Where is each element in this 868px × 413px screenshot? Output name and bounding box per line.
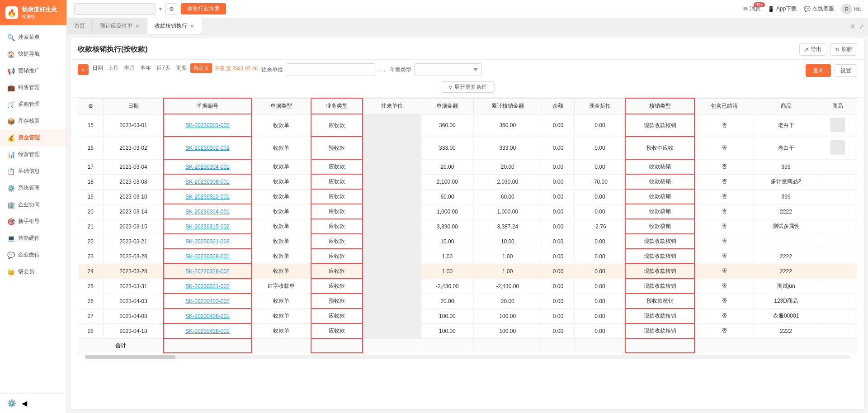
th-voucher-no[interactable]: 单据编号	[164, 98, 251, 114]
filter-this-month[interactable]: 本月	[122, 63, 137, 73]
voucher-link[interactable]: SK-20230302-002	[185, 145, 229, 151]
voucher-link[interactable]: SK-20230418-001	[185, 328, 229, 334]
tab-prepay[interactable]: 预计应应付单 ✕	[93, 18, 147, 34]
th-balance[interactable]: 余额	[542, 98, 575, 114]
voucher-link[interactable]: SK-20230304-001	[185, 164, 229, 170]
sidebar-item-label: 库存核算	[18, 117, 40, 125]
sidebar-item-member[interactable]: 👑畅会员	[0, 263, 66, 280]
cell-accumulated: 100.00	[473, 323, 542, 338]
voucher-link[interactable]: SK-20230403-002	[185, 298, 229, 304]
tab-prepay-close[interactable]: ✕	[135, 23, 140, 29]
cell-cash-discount: 0.00	[575, 279, 626, 294]
cell-product: 测试多属性	[754, 219, 818, 234]
voucher-link[interactable]: SK-20230408-001	[185, 313, 229, 319]
sidebar-item-label: 畅会员	[18, 268, 34, 275]
tab-close-all-icon[interactable]: ✕	[850, 23, 855, 30]
sidebar-item-label: 采购管理	[18, 100, 40, 108]
cell-cash-discount: -2.76	[575, 219, 626, 234]
voucher-link[interactable]: SK-20230314-001	[185, 209, 229, 215]
horizontal-scrollbar[interactable]	[85, 355, 850, 359]
topbar-online-service[interactable]: 💬 在线客服	[804, 5, 834, 13]
sidebar-item-inventory[interactable]: 📦库存核算	[0, 113, 66, 129]
th-voucher-type[interactable]: 单据类型	[251, 98, 311, 114]
th-cash-discount[interactable]: 现金折扣	[575, 98, 626, 114]
cell-biz-type: 应收款	[311, 309, 362, 323]
filter-expand-button[interactable]: »	[78, 64, 89, 75]
cell-include-settled: 否	[694, 114, 754, 137]
sidebar-item-finance[interactable]: 💰资金管理	[0, 129, 66, 146]
sidebar-item-system[interactable]: ⚙️系统管理	[0, 180, 66, 196]
th-include-settled[interactable]: 包含已结清	[694, 98, 754, 114]
hardware-icon: 💻	[7, 235, 14, 242]
th-date[interactable]: 日期	[103, 98, 164, 114]
cell-cash-discount: 0.00	[575, 264, 626, 279]
settings-icon[interactable]: ⚙️	[7, 399, 16, 408]
cell-partner	[363, 137, 421, 159]
cell-date: 2023-03-31	[103, 279, 164, 294]
topbar-user[interactable]: R Rit	[841, 4, 861, 14]
filter-partner-input[interactable]	[286, 63, 376, 76]
th-accumulated[interactable]: 累计核销金额	[473, 98, 542, 114]
setting-button[interactable]: 设置	[835, 64, 857, 77]
th-partner[interactable]: 往来单位	[363, 98, 421, 114]
topbar-gear-button[interactable]: ⚙	[165, 3, 177, 15]
sidebar-item-label: 销售管理	[18, 84, 40, 91]
th-product1[interactable]: 商品	[754, 98, 818, 114]
topbar-dropdown-arrow[interactable]: ▾	[159, 6, 162, 12]
sidebar-item-hardware[interactable]: 💻智能硬件	[0, 230, 66, 247]
sidebar-item-marketing[interactable]: 📢营销推广	[0, 62, 66, 79]
filter-more[interactable]: 更多	[174, 63, 189, 73]
filter-this-year[interactable]: 本年	[138, 63, 153, 73]
voucher-link[interactable]: SK-20230331-002	[185, 283, 229, 290]
cell-voucher-no: SK-20230328-002	[164, 264, 251, 279]
filter-custom[interactable]: 自定义	[190, 63, 212, 73]
sidebar-item-search[interactable]: 🔍搜索菜单	[0, 29, 66, 46]
cell-partner	[363, 264, 421, 279]
expand-more-button[interactable]: ∨ 展开更多条件	[441, 81, 495, 93]
th-writeoff-type[interactable]: 核销类型	[625, 98, 694, 114]
voucher-link[interactable]: SK-20230321-003	[185, 238, 229, 245]
voucher-link[interactable]: SK-20230315-002	[185, 223, 229, 230]
table-container: ⚙ 日期 单据编号 单据类型 业务类型 往来单位 单据金额 累计核销金额 余额 …	[71, 98, 864, 409]
cell-num: 23	[78, 249, 104, 264]
tab-collection-close[interactable]: ✕	[190, 23, 194, 29]
sidebar-item-wechat[interactable]: 💬企业微信	[0, 247, 66, 263]
th-biz-type[interactable]: 业务类型	[311, 98, 362, 114]
sidebar-item-enterprise[interactable]: 🏢企业协同	[0, 196, 66, 213]
voucher-link[interactable]: SK-20230310-001	[185, 194, 229, 200]
cell-accumulated: 333.00	[473, 137, 542, 159]
th-amount[interactable]: 单据金额	[421, 98, 473, 114]
voucher-link[interactable]: SK-20230328-001	[185, 253, 229, 260]
voucher-link[interactable]: SK-20230328-002	[185, 268, 229, 275]
filter-voucher-type-select[interactable]	[414, 63, 482, 76]
scrollbar-thumb[interactable]	[85, 355, 175, 359]
sidebar-item-newguide[interactable]: 🎯新手引导	[0, 213, 66, 230]
filter-7days[interactable]: 近7天	[155, 63, 172, 73]
cell-voucher-type: 收款单	[251, 323, 311, 338]
sidebar-item-purchase[interactable]: 🛒采购管理	[0, 96, 66, 113]
tab-home[interactable]: 首页	[67, 18, 93, 34]
topbar-industry-button[interactable]: 体验行业方案	[181, 3, 226, 14]
sidebar-item-basic[interactable]: 📋基础信息	[0, 163, 66, 180]
sidebar-item-operation[interactable]: 📊经营管理	[0, 146, 66, 163]
voucher-link[interactable]: SK-20230301-002	[185, 122, 229, 128]
tab-expand-icon[interactable]: ⤢	[859, 23, 864, 30]
table-row: 26 2023-04-03 SK-20230403-002 收款单 预收款 20…	[78, 294, 857, 309]
sidebar: 🔥 畅康道好生意 标推版 🔍搜索菜单🏠快捷导航📢营销推广💼销售管理🛒采购管理📦库…	[0, 0, 67, 413]
voucher-link[interactable]: SK-20230308-001	[185, 179, 229, 185]
cell-num: 28	[78, 323, 104, 338]
sidebar-item-quicknav[interactable]: 🏠快捷导航	[0, 46, 66, 62]
topbar-app-download[interactable]: 📱 App下载	[768, 5, 797, 13]
sidebar-item-sales[interactable]: 💼销售管理	[0, 79, 66, 96]
filter-last-month[interactable]: 上月	[106, 63, 120, 73]
th-product2[interactable]: 商品	[818, 98, 857, 114]
th-icon[interactable]: ⚙	[78, 98, 104, 114]
tab-collection[interactable]: 收款核销执行 ✕	[147, 18, 202, 34]
collapse-icon[interactable]: ◀	[22, 399, 27, 408]
query-button[interactable]: 查询	[806, 64, 831, 77]
export-button[interactable]: ↗ 导出	[799, 43, 826, 56]
topbar-search-input[interactable]	[74, 3, 156, 15]
topbar-messages[interactable]: ✉ 消息 99+	[743, 5, 760, 13]
cell-voucher-type: 红字收款单	[251, 279, 311, 294]
refresh-button[interactable]: ↻ 刷新	[830, 43, 857, 56]
